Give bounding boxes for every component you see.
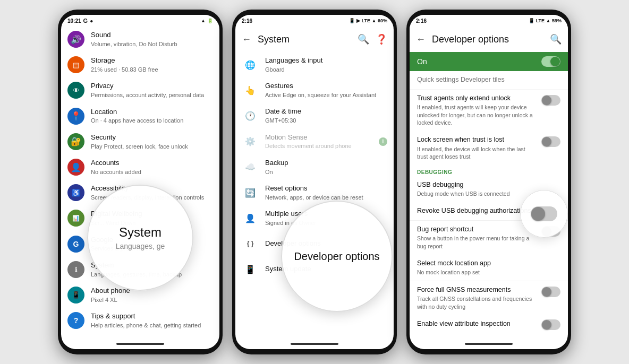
- list-item[interactable]: 👁 Privacy Permissions, account activity,…: [61, 77, 219, 103]
- accounts-text: Accounts No accounts added: [91, 159, 213, 176]
- bug-report-title: Bug report shortcut: [417, 225, 537, 235]
- privacy-title: Privacy: [91, 82, 213, 91]
- toggle-thumb-gnss: [542, 287, 551, 297]
- location-icon: 📍: [67, 108, 84, 125]
- backup-subtitle: On: [265, 168, 387, 176]
- list-item[interactable]: 👆 Gestures Active Edge on, squeeze for y…: [235, 77, 394, 103]
- list-item[interactable]: Select mock location app No mock locatio…: [410, 255, 568, 281]
- google-icon: G: [83, 18, 88, 24]
- backup-text: Backup On: [265, 159, 387, 176]
- list-item[interactable]: Quick settings Developer tiles: [410, 71, 568, 90]
- toggle-thumb-on: [550, 57, 560, 66]
- trust-agents-subtitle: If enabled, trust agents will keep your …: [417, 103, 537, 127]
- dev-on-bar[interactable]: On: [410, 52, 568, 71]
- view-attribute-text: Enable view attribute inspection: [417, 319, 537, 329]
- languages-icon: 🌐: [242, 56, 259, 73]
- nav-pill-2: [291, 343, 338, 345]
- trust-agents-text: Trust agents only extend unlock If enabl…: [417, 94, 537, 127]
- tips-title: Tips & support: [91, 312, 213, 321]
- circle-text-1: System: [119, 225, 162, 240]
- quick-settings-title: Quick settings Developer tiles: [417, 75, 560, 85]
- search-icon-3[interactable]: 🔍: [550, 33, 562, 45]
- storage-title: Storage: [91, 56, 213, 65]
- list-item[interactable]: 📍 Location On · 4 apps have access to lo…: [61, 103, 219, 129]
- signal-icon-3: 📱: [529, 18, 534, 23]
- help-icon-2[interactable]: ❓: [376, 33, 387, 45]
- list-item[interactable]: ▤ Storage 21% used · 50.83 GB free: [61, 52, 219, 77]
- reset-title: Reset options: [265, 184, 387, 193]
- phone-1: 10:21 G ● ▲ 🔋 🔊 Sound Volume, vibration,…: [58, 10, 223, 354]
- security-text: Security Play Protect, screen lock, face…: [91, 133, 213, 150]
- mock-location-subtitle: No mock location app set: [417, 268, 560, 276]
- list-item[interactable]: 🔊 Sound Volume, vibration, Do Not Distur…: [61, 27, 219, 52]
- lte-label: LTE ▲ 60%: [362, 18, 387, 23]
- dev-options-header-title: Developer options: [432, 34, 543, 45]
- list-item[interactable]: 🔐 Security Play Protect, screen lock, fa…: [61, 129, 219, 154]
- list-item[interactable]: ☁️ Backup On: [235, 154, 394, 180]
- gestures-icon: 👆: [242, 82, 259, 99]
- usb-debug-toggle-zoomed[interactable]: [531, 206, 557, 221]
- toggle-thumb-lock: [542, 137, 551, 146]
- youtube-icon: ▶: [356, 18, 360, 23]
- storage-icon: ▤: [67, 56, 84, 73]
- sound-title: Sound: [91, 31, 213, 40]
- languages-text: Languages & input Gboard: [265, 56, 387, 73]
- list-item[interactable]: 🕐 Date & time GMT+05:30: [235, 103, 394, 128]
- battery-icon: 🔋: [207, 18, 213, 23]
- gestures-title: Gestures: [265, 82, 387, 91]
- backup-icon: ☁️: [242, 159, 259, 176]
- languages-subtitle: Gboard: [265, 66, 387, 73]
- location-subtitle: On · 4 apps have access to location: [91, 117, 213, 124]
- dev-on-toggle[interactable]: [541, 56, 560, 67]
- motion-sense-text: Motion Sense Detects movement around pho…: [265, 133, 372, 150]
- circle-overlay-1: System Languages, ge: [87, 185, 193, 291]
- toggle-circle-overlay[interactable]: [520, 190, 568, 238]
- whatsapp-icon: 📱: [349, 18, 355, 23]
- list-item[interactable]: 🔄 Reset options Network, apps, or device…: [235, 180, 394, 205]
- list-item[interactable]: 🌐 Languages & input Gboard: [235, 52, 394, 77]
- list-item[interactable]: Enable view attribute inspection: [410, 315, 568, 334]
- security-icon: 🔐: [67, 133, 84, 150]
- location-text: Location On · 4 apps have access to loca…: [91, 108, 213, 125]
- about-phone-icon: 📱: [67, 287, 84, 304]
- trust-agents-toggle[interactable]: [541, 95, 560, 106]
- back-button-3[interactable]: ←: [416, 34, 426, 45]
- accessibility-icon: ♿: [67, 184, 84, 201]
- view-attribute-toggle[interactable]: [541, 319, 560, 330]
- search-icon-2[interactable]: 🔍: [358, 33, 369, 45]
- list-item[interactable]: 👤 Accounts No accounts added: [61, 154, 219, 180]
- languages-title: Languages & input: [265, 56, 387, 65]
- toggle-thumb-usb-zoomed: [531, 207, 545, 221]
- accounts-title: Accounts: [91, 159, 213, 168]
- nav-bar-2: [235, 339, 394, 349]
- time-2: 2:16: [242, 18, 252, 24]
- gestures-text: Gestures Active Edge on, squeeze for you…: [265, 82, 387, 99]
- privacy-text: Privacy Permissions, account activity, p…: [91, 82, 213, 99]
- list-item[interactable]: ? Tips & support Help articles, phone & …: [61, 308, 219, 333]
- digital-wellbeing-icon: 📊: [67, 210, 84, 227]
- usb-debug-title: USB debugging: [417, 180, 560, 190]
- list-item[interactable]: Lock screen when trust is lost If enable…: [410, 131, 568, 165]
- status-time-3: 2:16: [416, 18, 427, 24]
- signal-icon: ●: [90, 18, 93, 24]
- mock-location-title: Select mock location app: [417, 259, 560, 268]
- lock-screen-toggle[interactable]: [541, 136, 560, 147]
- list-item[interactable]: ⚙️ Motion Sense Detects movement around …: [235, 129, 394, 154]
- phone-3-screen: 2:16 📱 LTE ▲ 59% ← Developer options 🔍 O…: [410, 15, 568, 349]
- nav-pill-3: [465, 343, 513, 345]
- status-icons-1: ▲ 🔋: [201, 18, 213, 23]
- status-time-1: 10:21 G ●: [67, 18, 93, 24]
- reset-text: Reset options Network, apps, or device c…: [265, 184, 387, 201]
- gnss-toggle[interactable]: [541, 287, 560, 297]
- back-button-2[interactable]: ←: [242, 34, 251, 45]
- reset-subtitle: Network, apps, or device can be reset: [265, 194, 387, 201]
- nav-pill-1: [116, 343, 164, 345]
- list-item[interactable]: Force full GNSS measurements Track all G…: [410, 281, 568, 315]
- status-time-2: 2:16: [242, 18, 252, 24]
- list-item[interactable]: Select debug app: [410, 334, 568, 339]
- list-item[interactable]: Trust agents only extend unlock If enabl…: [410, 90, 568, 132]
- status-icons-3: 📱 LTE ▲ 59%: [529, 18, 562, 23]
- privacy-subtitle: Permissions, account activity, personal …: [91, 91, 213, 99]
- bug-report-text: Bug report shortcut Show a button in the…: [417, 225, 537, 250]
- gnss-title: Force full GNSS measurements: [417, 285, 537, 295]
